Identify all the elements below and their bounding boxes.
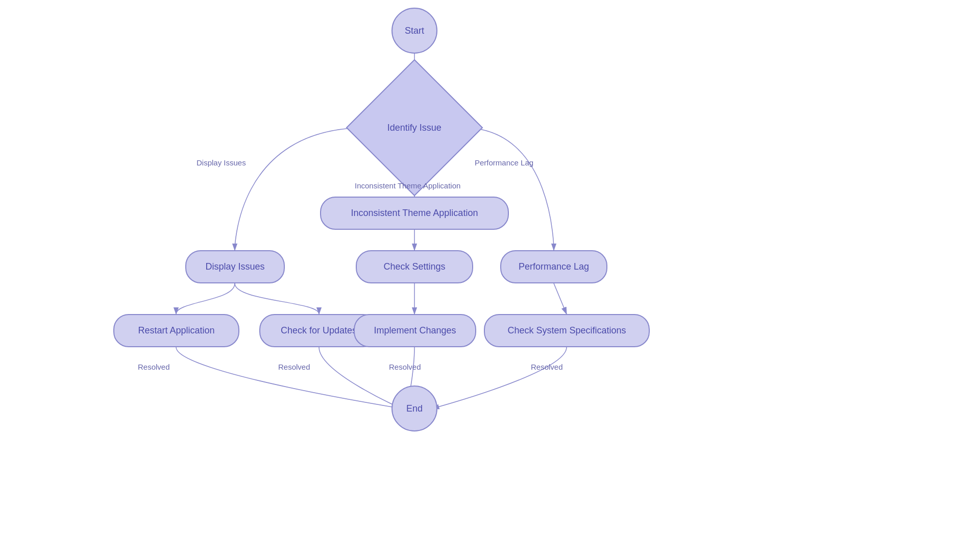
- check-system-specs-node: Check System Specifications: [484, 314, 650, 347]
- implement-changes-node: Implement Changes: [354, 314, 476, 347]
- resolved-2-label: Resolved: [278, 363, 310, 371]
- end-node: End: [391, 386, 437, 431]
- resolved-1-label: Resolved: [138, 363, 170, 371]
- display-issues-edge-label: Display Issues: [197, 158, 246, 167]
- display-issues-box: Display Issues: [185, 250, 285, 283]
- resolved-3-label: Resolved: [389, 363, 421, 371]
- inconsistent-theme-edge-label: Inconsistent Theme Application: [355, 181, 460, 190]
- flowchart: Start Identify Issue Display Issues Inco…: [0, 0, 980, 553]
- performance-lag-box: Performance Lag: [500, 250, 607, 283]
- check-settings-box: Check Settings: [356, 250, 473, 283]
- performance-lag-edge-label: Performance Lag: [475, 158, 533, 167]
- resolved-4-label: Resolved: [531, 363, 563, 371]
- restart-application-node: Restart Application: [113, 314, 239, 347]
- svg-line-5: [554, 283, 567, 314]
- start-node: Start: [391, 8, 437, 54]
- inconsistent-theme-box: Inconsistent Theme Application: [320, 197, 509, 230]
- arrows-svg: [0, 0, 980, 553]
- identify-issue-node: Identify Issue: [346, 59, 483, 197]
